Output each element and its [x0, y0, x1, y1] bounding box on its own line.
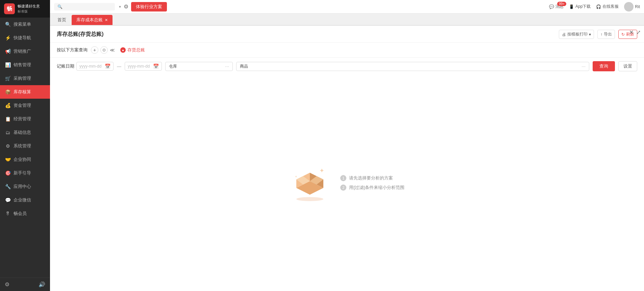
sidebar-label-newbie: 新手引导 — [14, 170, 31, 176]
sidebar: 畅 畅捷通好生意 标准版 🔍 搜索菜单 ⚡ 快捷导航 📢 营销推广 📊 销售管理… — [0, 0, 50, 291]
message-button[interactable]: 💬 消息 99+ — [549, 4, 564, 9]
tab-home[interactable]: 首页 — [53, 15, 71, 25]
print-dropdown-icon: ▾ — [589, 32, 591, 37]
hint2-text: 用[过滤]条件来缩小分析范围 — [349, 185, 404, 191]
sidebar-item-purchase[interactable]: 🛒 采购管理 — [0, 72, 50, 85]
warehouse-label: 仓库 — [169, 64, 177, 69]
date-field-label: 记账日期 — [57, 63, 74, 69]
settings-bottom-icon[interactable]: ⚙ — [5, 281, 9, 288]
filter-scheme-item[interactable]: ● 存货总账 — [118, 46, 147, 54]
hint2-num: 2 — [340, 185, 346, 191]
panel-close-icon[interactable]: ✕ — [629, 29, 634, 35]
sidebar-item-enterprise[interactable]: 🤝 企业协同 — [0, 153, 50, 166]
marketing-icon: 📢 — [5, 48, 11, 54]
date-end-input[interactable]: yyyy-mm-dd 📅 — [125, 62, 162, 71]
topbar-gear-icon[interactable]: ⚙ — [124, 3, 128, 10]
product-input[interactable]: 商品 ··· — [236, 62, 589, 71]
sidebar-label-inventory: 库存核算 — [14, 89, 31, 95]
topbar-search-box[interactable]: 🔍 — [54, 3, 115, 10]
sidebar-item-system[interactable]: ⚙ 系统管理 — [0, 139, 50, 153]
basic-icon: 🗂 — [5, 129, 11, 136]
sidebar-bottom: ⚙ 🔊 — [0, 277, 50, 291]
finance-icon: 💰 — [5, 102, 11, 108]
tabbar: 首页 库存成本总账 ✕ — [50, 14, 644, 26]
topbar-dropdown-arrow[interactable]: ▾ — [119, 4, 121, 9]
sidebar-label-sales: 销售管理 — [14, 62, 31, 68]
sidebar-label-enterprise: 企业协同 — [14, 156, 31, 163]
date-field-group: 记账日期 yyyy-mm-dd 📅 — yyyy-mm-dd 📅 — [57, 62, 162, 71]
empty-hint-1: 1 请先选择要分析的方案 — [340, 175, 404, 181]
tab-inventory-ledger[interactable]: 库存成本总账 ✕ — [72, 15, 113, 25]
panel-controls: ✕ ⤢ — [629, 29, 641, 35]
empty-hint-2: 2 用[过滤]条件来缩小分析范围 — [340, 185, 404, 191]
query-button[interactable]: 查询 — [593, 61, 615, 71]
sidebar-item-wechat[interactable]: 💬 企业微信 — [0, 193, 50, 207]
filter-scheme-button[interactable]: ⊙ — [100, 46, 108, 54]
sidebar-item-finance[interactable]: 💰 资金管理 — [0, 99, 50, 112]
sidebar-label-purchase: 采购管理 — [14, 75, 31, 81]
refresh-icon: ↻ — [621, 32, 625, 37]
inventory-icon: 📦 — [5, 89, 11, 95]
scheme-icon: ● — [120, 47, 126, 53]
sidebar-item-inventory[interactable]: 📦 库存核算 — [0, 85, 50, 99]
sidebar-item-app-center[interactable]: 🔧 应用中心 — [0, 180, 50, 193]
enterprise-icon: 🤝 — [5, 156, 11, 163]
sidebar-item-sales[interactable]: 📊 销售管理 — [0, 58, 50, 72]
tab-close-icon[interactable]: ✕ — [105, 18, 108, 22]
sidebar-item-marketing[interactable]: 📢 营销推广 — [0, 45, 50, 58]
user-profile[interactable]: Rit — [624, 2, 640, 11]
sidebar-item-quick-nav[interactable]: ⚡ 快捷导航 — [0, 31, 50, 45]
app-version: 标准版 — [18, 9, 40, 14]
sidebar-item-search[interactable]: 🔍 搜索菜单 — [0, 18, 50, 31]
export-button[interactable]: ↑ 导出 — [597, 30, 615, 39]
warehouse-more-icon: ··· — [225, 64, 229, 69]
page-header: 库存总账(存货总账) 🖨 按模板打印 ▾ ↑ 导出 ↻ 刷新 — [50, 26, 644, 43]
sidebar-item-vip[interactable]: 🎖 畅会员 — [0, 207, 50, 220]
panel-expand-icon[interactable]: ⤢ — [636, 29, 641, 35]
sidebar-label-quick-nav: 快捷导航 — [14, 35, 31, 41]
main-area: 🔍 ▾ ⚙ 体验行业方案 💬 消息 99+ 📱 App下载 🎧 在线客服 Rit — [50, 0, 644, 291]
topbar-right-group: 💬 消息 99+ 📱 App下载 🎧 在线客服 Rit — [549, 2, 640, 11]
empty-state: ✦ ✦ 1 请先选择要分析的方案 2 用[过滤]条件来缩小分析范围 — [50, 75, 644, 291]
product-label: 商品 — [240, 64, 248, 69]
sidebar-logo: 畅 畅捷通好生意 标准版 — [0, 0, 50, 18]
app-center-icon: 🔧 — [5, 184, 11, 190]
sidebar-label-system: 系统管理 — [14, 143, 31, 149]
product-more-icon: ··· — [581, 64, 586, 69]
sidebar-item-basic[interactable]: 🗂 基础信息 — [0, 126, 50, 139]
hint1-num: 1 — [340, 175, 346, 181]
date-start-placeholder: yyyy-mm-dd — [79, 64, 101, 69]
industry-solution-button[interactable]: 体验行业方案 — [131, 2, 167, 11]
filter-collapse-button[interactable]: ≪ — [110, 47, 115, 53]
sidebar-item-operation[interactable]: 📋 经营管理 — [0, 112, 50, 126]
online-service-label: 在线客服 — [602, 4, 619, 9]
sidebar-label-operation: 经营管理 — [14, 116, 31, 122]
quick-nav-icon: ⚡ — [5, 35, 11, 41]
warehouse-input[interactable]: 仓库 ··· — [165, 62, 233, 71]
date-end-placeholder: yyyy-mm-dd — [128, 64, 150, 69]
system-icon: ⚙ — [5, 143, 11, 149]
scheme-label: 存货总账 — [127, 47, 145, 53]
print-button[interactable]: 🖨 按模板打印 ▾ — [559, 30, 594, 39]
topbar-search-icon: 🔍 — [57, 4, 63, 9]
print-label: 按模板打印 — [567, 31, 588, 37]
date-start-input[interactable]: yyyy-mm-dd 📅 — [76, 62, 114, 71]
export-icon: ↑ — [600, 32, 602, 37]
sidebar-label-basic: 基础信息 — [14, 129, 31, 136]
content-area: 库存总账(存货总账) 🖨 按模板打印 ▾ ↑ 导出 ↻ 刷新 按以下方案查询 — [50, 26, 644, 291]
app-download-icon: 📱 — [569, 4, 574, 9]
logo-text-group: 畅捷通好生意 标准版 — [18, 4, 40, 14]
svg-point-0 — [296, 197, 323, 201]
sales-icon: 📊 — [5, 62, 11, 68]
logo-icon: 畅 — [4, 3, 15, 14]
sidebar-label-search: 搜索菜单 — [14, 21, 31, 27]
sidebar-label-app-center: 应用中心 — [14, 184, 31, 190]
settings-button[interactable]: 设置 — [618, 61, 637, 71]
filter-add-button[interactable]: + — [91, 46, 98, 54]
online-service-button[interactable]: 🎧 在线客服 — [596, 4, 619, 9]
app-download-button[interactable]: 📱 App下载 — [569, 4, 591, 9]
empty-svg-illustration: ✦ ✦ — [290, 163, 330, 203]
operation-icon: 📋 — [5, 116, 11, 122]
sidebar-item-newbie[interactable]: 🎯 新手引导 — [0, 166, 50, 180]
audio-icon[interactable]: 🔊 — [39, 281, 45, 288]
